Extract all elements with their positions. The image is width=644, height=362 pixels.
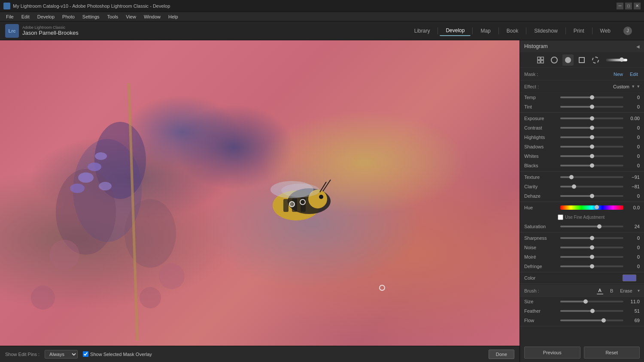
menu-edit[interactable]: Edit (18, 13, 33, 20)
menu-window[interactable]: Window (140, 13, 164, 20)
tools-row (520, 52, 644, 68)
dehaze-value: 0 (626, 193, 640, 199)
hue-label: Hue (524, 205, 558, 210)
new-mask-button[interactable]: New (612, 71, 625, 78)
photo-background (0, 40, 519, 346)
right-panel: Histogram ◀ (519, 40, 644, 362)
nav-slideshow[interactable]: Slideshow (528, 26, 564, 36)
moire-value: 0 (626, 254, 640, 259)
highlights-slider[interactable] (560, 136, 623, 138)
hue-slider[interactable] (560, 205, 623, 210)
blacks-slider[interactable] (560, 165, 623, 166)
maximize-button[interactable]: □ (625, 3, 632, 9)
nav-map[interactable]: Map (474, 26, 496, 36)
exposure-slider[interactable] (560, 118, 623, 119)
svg-point-5 (78, 172, 94, 183)
photo-toolbar: Show Edit Pins : Always Selected Never S… (0, 346, 519, 362)
noise-slider[interactable] (560, 247, 623, 248)
brand: Lrc Adobe Lightroom Classic Jason Parnel… (5, 24, 79, 38)
menu-view[interactable]: View (122, 13, 140, 20)
saturation-slider[interactable] (560, 226, 623, 227)
size-value: 11.0 (626, 299, 640, 304)
menu-file[interactable]: File (3, 13, 17, 20)
feather-slider[interactable] (560, 310, 623, 312)
overlay-checkbox-label: Show Selected Mask Overlay (90, 352, 152, 357)
nav-book[interactable]: Book (501, 26, 524, 36)
size-slider-row: Size 11.0 (520, 297, 644, 306)
menu-settings[interactable]: Settings (79, 13, 103, 20)
minimize-button[interactable]: ─ (617, 3, 623, 9)
brush-b-option[interactable]: B (608, 287, 615, 294)
nav-develop[interactable]: Develop (440, 26, 471, 36)
histogram-collapse-icon[interactable]: ◀ (636, 44, 640, 49)
texture-slider[interactable] (560, 176, 623, 178)
close-button[interactable]: ✕ (634, 3, 641, 9)
show-edit-pins-select[interactable]: Always Selected Never (45, 350, 78, 359)
menu-develop[interactable]: Develop (34, 13, 58, 20)
moire-slider[interactable] (560, 256, 623, 258)
show-overlay-checkbox[interactable]: Show Selected Mask Overlay (83, 351, 152, 357)
tool-square-outline[interactable] (576, 54, 587, 66)
sharpness-label: Sharpness (524, 235, 558, 241)
user-avatar[interactable]: J (623, 27, 632, 35)
brush-a-option[interactable]: A (597, 287, 603, 294)
defringe-slider-row: Defringe 0 (520, 262, 644, 271)
hue-value: 0.0 (626, 205, 640, 210)
menu-tools[interactable]: Tools (104, 13, 122, 20)
sharpness-slider[interactable] (560, 237, 623, 239)
nav-print[interactable]: Print (568, 26, 590, 36)
mask-pin-3[interactable] (379, 285, 385, 291)
svg-point-11 (140, 287, 161, 308)
tool-circle-outline[interactable] (549, 54, 560, 66)
contrast-value: 0 (626, 125, 640, 130)
effect-row: Effect : Custom ▾ ▾ (520, 81, 644, 93)
erase-option[interactable]: Erase (620, 288, 632, 293)
tint-slider[interactable] (560, 106, 623, 108)
nav-library[interactable]: Library (408, 26, 436, 36)
fine-adjustment-checkbox[interactable] (558, 214, 563, 220)
effect-value: Custom ▾ ▾ (613, 84, 640, 89)
temp-slider[interactable] (560, 97, 623, 98)
mask-pin-active[interactable] (289, 201, 295, 207)
tool-circle-dashed[interactable] (590, 54, 601, 66)
done-button[interactable]: Done (489, 350, 514, 359)
reset-button[interactable]: Reset (584, 347, 640, 359)
dehaze-slider[interactable] (560, 195, 623, 197)
shadows-slider[interactable] (560, 146, 623, 148)
window-controls[interactable]: ─ □ ✕ (617, 3, 641, 9)
brush-options: A B Erase ▾ (597, 287, 640, 294)
clarity-slider[interactable] (560, 186, 623, 187)
defringe-slider[interactable] (560, 265, 623, 267)
previous-button[interactable]: Previous (524, 347, 580, 359)
color-swatch[interactable] (623, 275, 636, 281)
whites-slider[interactable] (560, 155, 623, 157)
saturation-value: 24 (626, 224, 640, 229)
size-slider[interactable] (560, 301, 623, 302)
fine-adjustment-label[interactable]: Use Fine Adjustment (558, 214, 605, 220)
photo-container[interactable] (0, 40, 519, 346)
mask-pin-2[interactable] (300, 199, 306, 205)
divider-2 (520, 171, 644, 172)
tool-filled-circle[interactable] (562, 54, 574, 66)
tool-slider[interactable] (604, 54, 629, 66)
brush-dropdown-icon[interactable]: ▾ (638, 288, 640, 293)
tool-grid[interactable] (535, 54, 546, 66)
nav-web[interactable]: Web (594, 26, 617, 36)
overlay-checkbox-input[interactable] (83, 351, 88, 357)
whites-slider-row: Whites 0 (520, 151, 644, 161)
flow-slider[interactable] (560, 320, 623, 321)
svg-rect-16 (283, 199, 289, 212)
size-label: Size (524, 299, 558, 304)
divider-3 (520, 202, 644, 202)
effect-label: Effect : (524, 84, 539, 89)
menu-photo[interactable]: Photo (59, 13, 78, 20)
contrast-slider[interactable] (560, 127, 623, 129)
temp-slider-row: Temp 0 (520, 93, 644, 102)
svg-point-13 (31, 286, 55, 310)
menu-help[interactable]: Help (165, 13, 182, 20)
divider-4 (520, 232, 644, 232)
effect-dropdown-icon[interactable]: ▾ (632, 84, 635, 89)
effect-collapse-icon[interactable]: ▾ (637, 84, 640, 89)
edit-mask-button[interactable]: Edit (628, 71, 640, 78)
brush-header: Brush : A B Erase ▾ (520, 285, 644, 297)
